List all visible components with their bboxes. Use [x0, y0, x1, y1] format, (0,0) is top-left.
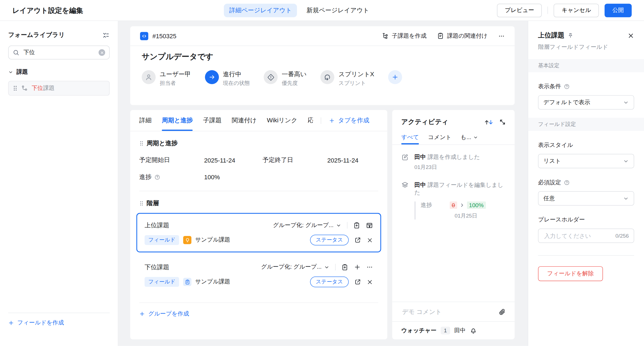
tab-subissues[interactable]: 子課題 [203, 110, 221, 131]
open-in-new-icon[interactable] [354, 279, 361, 285]
group-child-issue[interactable]: 下位課題 グループ化: グループ... [136, 255, 381, 294]
field-status[interactable]: 進行中現在の状態 [205, 70, 250, 87]
tab-wiki-links[interactable]: Wikiリンク [267, 110, 297, 131]
plus-icon [329, 118, 335, 123]
activity-tab-all[interactable]: すべて [401, 130, 419, 144]
tab-links[interactable]: 関連付け [232, 110, 257, 131]
field-value[interactable]: 2025-11-24 [327, 157, 378, 164]
add-field-button[interactable] [388, 70, 402, 84]
create-tab-button[interactable]: タブを作成 [329, 116, 369, 124]
sidebar-group-issue[interactable]: 課題 [8, 68, 110, 76]
drag-handle-icon[interactable] [139, 140, 144, 147]
field-priority[interactable]: 一番高い優先度 [264, 70, 306, 87]
cancel-button[interactable]: キャンセル [554, 3, 599, 17]
top-bar: レイアウト設定を編集 詳細ページレイアウト 新規ページレイアウト プレビュー キ… [0, 0, 644, 21]
remove-field-button[interactable]: フィールドを解除 [538, 266, 603, 281]
old-value: 0 [450, 201, 457, 209]
activity-date: 01月23日 [415, 164, 480, 171]
link-issue-button[interactable]: 課題の関連付け [437, 32, 487, 39]
help-icon[interactable] [564, 84, 570, 90]
pin-icon[interactable] [568, 33, 574, 39]
expand-icon[interactable] [499, 119, 506, 125]
issue-type-icon [140, 32, 148, 40]
field-search-box[interactable] [8, 46, 110, 59]
field-label: 進捗 [139, 173, 204, 181]
collapse-panel-icon[interactable] [102, 31, 110, 39]
view-filter-icon[interactable] [366, 222, 373, 229]
char-counter: 0/256 [615, 233, 629, 239]
hierarchy-field-icon [21, 85, 28, 92]
section-basic-settings: 基本設定 [528, 59, 644, 72]
close-icon[interactable] [628, 32, 634, 39]
detail-tabs: 詳細 周期と進捗 子課題 関連付け Wikiリンク 応 タブを作成 [130, 110, 387, 131]
drag-handle-icon[interactable] [139, 200, 144, 206]
layout-preview-canvas: #150325 子課題を作成 課題の関連付け サンプル [118, 20, 528, 346]
remove-icon[interactable] [367, 237, 373, 243]
attachment-icon[interactable] [499, 308, 506, 315]
field-sprint[interactable]: スプリントXスプリント [321, 70, 374, 87]
paste-field-icon[interactable] [341, 264, 348, 271]
display-style-label: 表示スタイル [538, 142, 634, 149]
settings-subtitle: 階層フィールドフィールド [538, 44, 634, 51]
activity-tabs: すべて コメント も... [392, 130, 515, 145]
watcher-name: 田中 [454, 327, 466, 334]
sample-issue-icon [183, 236, 191, 244]
grouping-dropdown[interactable]: グループ化: グループ... [261, 263, 330, 271]
remove-icon[interactable] [367, 279, 373, 285]
help-icon[interactable] [154, 174, 160, 180]
comment-input[interactable] [401, 308, 495, 316]
search-input[interactable] [23, 49, 95, 56]
section-field-settings: フィールド設定 [528, 118, 644, 131]
sidebar-item-subissue-field[interactable]: 下位課題 [8, 81, 110, 96]
comment-box[interactable] [392, 302, 515, 321]
search-icon [13, 49, 20, 56]
plus-icon [8, 320, 14, 326]
activity-tab-more[interactable]: も... [461, 130, 478, 144]
more-icon[interactable] [366, 264, 373, 271]
section-cycle-progress: 周期と進捗 予定開始日 2025-11-24 予定終了日 2025-11-24 … [130, 131, 387, 181]
create-field-link[interactable]: フィールドを作成 [8, 319, 64, 326]
field-value[interactable]: 2025-11-24 [204, 157, 262, 164]
grouping-dropdown[interactable]: グループ化: グループ... [273, 221, 342, 229]
group-parent-issue[interactable]: 上位課題 グループ化: グループ... [136, 213, 381, 252]
display-style-select[interactable]: リスト [538, 154, 634, 168]
paste-field-icon[interactable] [353, 222, 360, 229]
open-in-new-icon[interactable] [354, 237, 361, 244]
tab-new-page-layout[interactable]: 新規ページレイアウト [301, 3, 375, 17]
bell-icon[interactable] [470, 327, 477, 334]
sample-issue-icon [183, 278, 191, 286]
page-title: レイアウト設定を編集 [12, 6, 83, 15]
placeholder-input[interactable] [543, 232, 612, 239]
watcher-count-badge[interactable]: 1 [441, 327, 450, 335]
sprint-icon [321, 70, 335, 84]
section-title: 周期と進捗 [147, 140, 178, 147]
tab-truncated[interactable]: 応 [308, 110, 313, 131]
divider [321, 117, 321, 124]
activity-tab-comments[interactable]: コメント [428, 130, 451, 144]
required-setting-select[interactable]: 任意 [538, 191, 634, 206]
field-assignee[interactable]: ユーザー甲担当者 [142, 70, 191, 87]
field-value[interactable]: 100% [204, 174, 262, 181]
layers-icon [401, 181, 409, 219]
sort-order-icon[interactable] [484, 119, 494, 125]
tab-detail[interactable]: 詳細 [139, 110, 151, 131]
clipboard-icon [437, 32, 444, 39]
display-condition-select[interactable]: デフォルトで表示 [538, 95, 634, 109]
help-icon[interactable] [564, 180, 570, 186]
preview-button[interactable]: プレビュー [497, 3, 542, 17]
create-subissue-button[interactable]: 子課題を作成 [382, 32, 427, 39]
clear-search-icon[interactable] [99, 49, 105, 56]
layout-mode-tabs: 詳細ページレイアウト 新規ページレイアウト [224, 0, 375, 20]
chevron-down-icon [8, 70, 13, 75]
drag-handle-icon[interactable] [13, 85, 18, 92]
publish-button[interactable]: 公開 [605, 3, 632, 17]
more-actions-icon[interactable] [498, 33, 505, 39]
add-icon[interactable] [354, 264, 361, 271]
chevron-down-icon [623, 195, 629, 201]
tab-cycle-progress[interactable]: 周期と進捗 [162, 110, 193, 131]
form-library-title: フォームライブラリ [8, 31, 65, 39]
field-settings-panel: 上位課題 階層フィールドフィールド 基本設定 表示条件 デフォルトで表示 フィー… [528, 20, 644, 346]
tab-detail-page-layout[interactable]: 詳細ページレイアウト [224, 3, 297, 17]
create-group-link[interactable]: グループを作成 [139, 310, 189, 318]
placeholder-input-box[interactable]: 0/256 [538, 228, 634, 243]
